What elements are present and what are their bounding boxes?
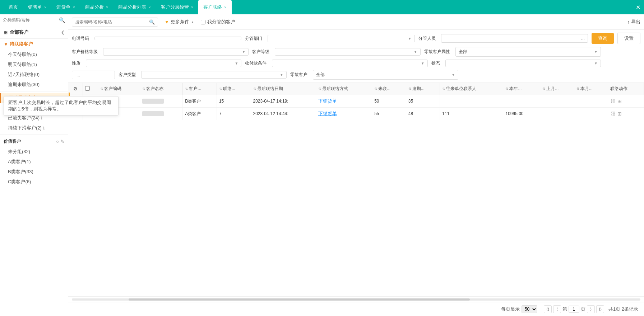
grid-action-icon[interactable]: ⊞ xyxy=(617,98,622,104)
th-uncontacted[interactable]: ⇅未联... xyxy=(372,83,406,95)
td-name xyxy=(140,108,183,120)
gear-icon[interactable]: ⚙ xyxy=(73,86,78,91)
first-page-button[interactable]: ⟨⟨ xyxy=(544,305,552,313)
chevron-down-icon: ▼ xyxy=(242,50,245,54)
close-icon[interactable]: × xyxy=(191,5,193,9)
sidebar-item-a-class[interactable]: A类客户(1) xyxy=(0,157,68,167)
filter-row-1: 电话号码 分管部门 ▼ 分管人员 ... 查询 设置 xyxy=(72,33,640,44)
table-row: 2 000031 A类客户 7 2023-04-12 14:44: 下销货单 xyxy=(68,108,644,120)
td-current-month xyxy=(574,95,608,108)
nav-product-analysis[interactable]: 商品分析 × xyxy=(80,0,113,14)
select-all-checkbox[interactable] xyxy=(85,86,90,91)
dept-field[interactable]: ▼ xyxy=(268,35,414,42)
td-last-method[interactable]: 下销货单 xyxy=(316,108,372,120)
close-icon[interactable]: × xyxy=(148,5,150,9)
td-current-year: 10995.00 xyxy=(503,108,540,120)
info-icon: ℹ xyxy=(43,126,45,131)
sidebar-all-customers[interactable]: ⊞ 全部客户 ❮ xyxy=(0,26,68,39)
sidebar-item-b-class[interactable]: B类客户(33) xyxy=(0,167,68,177)
nav-purchase-order[interactable]: 进货单 × xyxy=(51,0,80,14)
td-last-method[interactable]: 下销货单 xyxy=(316,95,372,108)
th-gear[interactable]: ⚙ xyxy=(68,83,83,95)
table-row: 1 000039 B类客户 15 2023-04-17 14:19: 下销货单 xyxy=(68,95,644,108)
th-contact-count[interactable]: ⇅联络... xyxy=(217,83,251,95)
sidebar-item-today-pending[interactable]: 今天待联络(0) xyxy=(0,49,68,60)
sidebar-search-icon[interactable]: 🔍 xyxy=(59,17,65,23)
page-number-input[interactable] xyxy=(569,306,579,313)
nav-home[interactable]: 首页 xyxy=(4,0,23,14)
th-checkbox[interactable] xyxy=(83,83,98,95)
export-button[interactable]: ↑ 导出 xyxy=(627,19,641,25)
sidebar-item-ungrouped[interactable]: 未分组(32) xyxy=(0,147,68,157)
settings-button[interactable]: 设置 xyxy=(617,33,640,44)
last-page-button[interactable]: ⟩⟩ xyxy=(596,305,604,313)
td-type: B类客户 xyxy=(183,95,217,108)
td-contact-count: 15 xyxy=(217,95,251,108)
page-size-select[interactable]: 50 xyxy=(522,305,537,313)
chevron-down-icon: ▼ xyxy=(594,61,598,65)
circle-icon[interactable]: ○ xyxy=(56,139,59,144)
th-name[interactable]: ⇅客户名称 xyxy=(140,83,183,95)
th-last-contact-method[interactable]: ⇅最后联络方式 xyxy=(316,83,372,95)
status-select[interactable]: ▼ xyxy=(445,60,601,67)
sidebar-item-c-class[interactable]: C类客户(6) xyxy=(0,177,68,187)
td-current-month xyxy=(574,108,608,120)
td-overdue: 48 xyxy=(406,108,440,120)
th-last-contact-date[interactable]: ⇅最后联络日期 xyxy=(251,83,316,95)
chevron-down-icon: ▼ xyxy=(280,73,283,77)
link-action-icon[interactable]: ⛓ xyxy=(610,111,615,117)
close-icon[interactable]: × xyxy=(73,5,75,9)
sidebar-search-bar: 🔍 xyxy=(0,14,68,26)
link-action-icon[interactable]: ⛓ xyxy=(610,98,615,104)
sort-icon: ⇅ xyxy=(185,87,188,91)
phone-field[interactable] xyxy=(94,37,241,40)
search-input[interactable] xyxy=(75,19,148,24)
window-close-button[interactable]: ✕ xyxy=(636,4,640,11)
my-customers-checkbox[interactable] xyxy=(201,20,205,24)
th-current-year[interactable]: ⇅本年... xyxy=(503,83,540,95)
close-icon[interactable]: × xyxy=(44,5,46,9)
th-current-month[interactable]: ⇅本月... xyxy=(574,83,608,95)
customer-level-select[interactable]: ▼ xyxy=(275,48,420,56)
nav-sales-order[interactable]: 销售单 × xyxy=(23,0,51,14)
gender-select[interactable]: ▼ xyxy=(86,60,241,67)
sidebar-group-pending-contact[interactable]: ▼ 待联络客户 xyxy=(0,39,68,49)
horizontal-scrollbar[interactable] xyxy=(68,296,644,302)
sidebar-item-overdue-pending[interactable]: 逾期未联络(30) xyxy=(0,80,68,90)
th-unit-contact[interactable]: ⇅往来单位联系人 xyxy=(440,83,503,95)
customer-type-select[interactable]: ▼ xyxy=(141,71,287,79)
sidebar-item-declining[interactable]: 持续下滑客户(2) ℹ xyxy=(0,123,68,133)
grid-action-icon[interactable]: ⊞ xyxy=(617,111,622,117)
scroll-track[interactable] xyxy=(72,298,640,301)
th-overdue[interactable]: ⇅逾期... xyxy=(406,83,440,95)
sidebar-item-7days-pending[interactable]: 近7天待联络(0) xyxy=(0,70,68,80)
th-code[interactable]: ⇅客户编码 xyxy=(98,83,140,95)
edit-icon[interactable]: ✎ xyxy=(60,139,64,144)
info-icon: ℹ xyxy=(41,116,42,121)
sidebar-value-group[interactable]: 价值客户 ○ ✎ xyxy=(0,136,68,147)
nav-customer-contact[interactable]: 客户联络 × xyxy=(198,0,231,14)
more-conditions-button[interactable]: ▼ 更多条件 ▲ xyxy=(162,17,197,27)
retail-attr-select[interactable]: 全部 ▼ xyxy=(455,47,601,57)
sidebar-item-tomorrow-pending[interactable]: 明天待联络(1) xyxy=(0,60,68,70)
payment-select[interactable]: ▼ xyxy=(272,60,427,67)
query-button[interactable]: 查询 xyxy=(592,33,614,44)
close-icon[interactable]: × xyxy=(106,5,108,9)
nav-customer-tier[interactable]: 客户分层经营 × xyxy=(156,0,198,14)
th-last-month[interactable]: ⇅上月... xyxy=(540,83,574,95)
my-customers-filter: 我分管的客户 xyxy=(201,19,235,25)
person-field[interactable]: ... xyxy=(441,34,588,43)
sidebar-search-input[interactable] xyxy=(3,18,59,23)
td-name xyxy=(140,95,183,108)
prev-page-button[interactable]: ⟨ xyxy=(553,305,561,313)
scroll-thumb[interactable] xyxy=(129,298,470,301)
close-icon[interactable]: × xyxy=(224,5,226,9)
next-page-button[interactable]: ⟩ xyxy=(587,305,595,313)
search-icon[interactable]: 🔍 xyxy=(149,19,155,25)
price-level-select[interactable]: ▼ xyxy=(103,48,249,56)
th-type[interactable]: ⇅客户... xyxy=(183,83,217,95)
more-filter-field[interactable]: ... xyxy=(72,71,115,79)
nav-product-analysis-list[interactable]: 商品分析列表 × xyxy=(113,0,156,14)
sort-icon: ⇅ xyxy=(374,87,377,91)
retail-customer-select[interactable]: 全部 ▼ xyxy=(313,70,458,80)
